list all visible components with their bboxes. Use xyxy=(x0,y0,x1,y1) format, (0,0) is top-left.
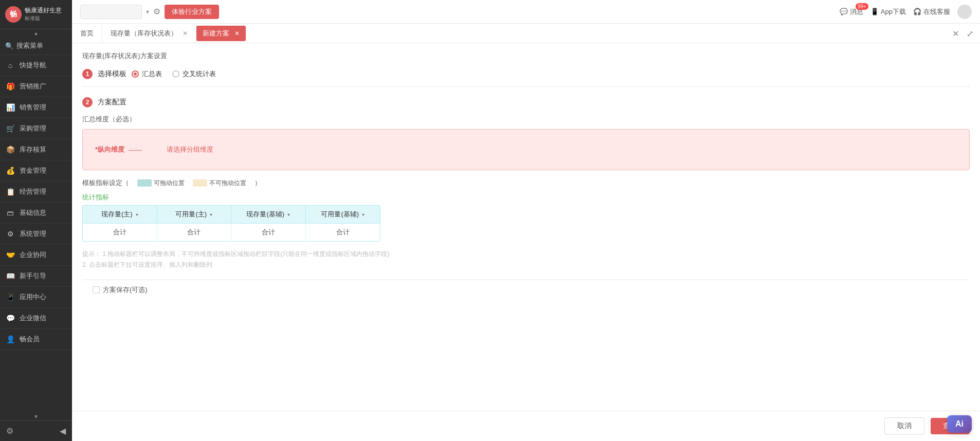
content-area: 现存量(库存状况表)方案设置 1 选择模板 汇总表 交叉统计表 xyxy=(72,43,980,411)
step1-title: 选择模板 xyxy=(98,69,126,79)
book-icon: 📖 xyxy=(5,271,15,281)
topbar-gear-icon[interactable]: ⚙ xyxy=(153,7,160,16)
radio-summary[interactable]: 汇总表 xyxy=(132,69,162,79)
col3-label: 可用量(基辅) xyxy=(321,210,359,219)
sidebar-item-member[interactable]: 👤 畅会员 xyxy=(0,329,72,350)
tab-new-scheme-label: 新建方案 xyxy=(203,29,229,38)
collapse-icon[interactable]: ◀ xyxy=(60,426,66,436)
sidebar-item-label: 基础信息 xyxy=(20,208,46,217)
col1-chevron[interactable]: ▾ xyxy=(210,212,212,217)
topbar-search-input[interactable] xyxy=(80,5,142,19)
sidebar-item-system[interactable]: ⚙ 系统管理 xyxy=(0,224,72,245)
sidebar-item-marketing[interactable]: 🎁 营销推广 xyxy=(0,76,72,97)
search-icon: 🔍 xyxy=(5,42,13,50)
sidebar-item-corp[interactable]: 🤝 企业协同 xyxy=(0,245,72,266)
col2-chevron[interactable]: ▾ xyxy=(287,212,290,217)
phone-icon: 📱 xyxy=(870,8,879,15)
sidebar-item-label: 采购管理 xyxy=(20,124,46,133)
stats-col-header-2: 现存量(基辅) ▾ xyxy=(231,206,306,223)
radio-cross-circle xyxy=(172,70,179,78)
stats-col-header-0: 现存量(主) ▾ xyxy=(83,206,157,223)
cancel-button[interactable]: 取消 xyxy=(884,417,924,435)
sidebar-item-sales[interactable]: 📊 销售管理 xyxy=(0,97,72,118)
sidebar-item-newbie[interactable]: 📖 新手引导 xyxy=(0,266,72,287)
save-scheme-label[interactable]: 方案保存(可选) xyxy=(93,285,148,295)
radio-cross[interactable]: 交叉统计表 xyxy=(172,69,216,79)
trial-btn[interactable]: 体验行业方案 xyxy=(165,5,219,19)
topbar-msg[interactable]: 💬 消息 99+ xyxy=(840,7,863,16)
col3-chevron[interactable]: ▾ xyxy=(362,212,365,217)
indicator-settings-suffix: ） xyxy=(255,178,261,188)
topbar-dropdown-icon[interactable]: ▾ xyxy=(146,8,149,15)
summary-dimension-label: 汇总维度（必选） xyxy=(82,115,970,124)
radio-cross-label: 交叉统计表 xyxy=(183,69,216,79)
handshake-icon: 🤝 xyxy=(5,250,15,260)
sidebar-scroll-down[interactable]: ▼ xyxy=(0,413,72,420)
step1-number: 1 xyxy=(82,69,93,79)
sidebar-search-label: 搜索菜单 xyxy=(16,41,43,50)
col2-label: 现存量(基辅) xyxy=(246,210,284,219)
stats-table: 现存量(主) ▾ 可用量(主) ▾ 现存量(基辅) ▾ xyxy=(82,205,380,242)
main-area: ▾ ⚙ 体验行业方案 💬 消息 99+ 📱 App下载 🎧 在线客服 xyxy=(72,0,980,441)
tip-1: 2. 点击标题栏下拉可设置排序、插入列和删除列 xyxy=(82,261,970,269)
msg-icon: 💬 xyxy=(840,8,848,15)
tip-0: 提示： 1.拖动标题栏可以调整布局，不可跨维度或指标区域拖动栏目字段(只能在同一… xyxy=(82,250,970,259)
tab-inventory-status-close[interactable]: ✕ xyxy=(183,30,188,37)
topbar-right: 💬 消息 99+ 📱 App下载 🎧 在线客服 xyxy=(840,5,972,19)
sidebar-item-purchase[interactable]: 🛒 采购管理 xyxy=(0,118,72,139)
tabs-expand-btn[interactable]: ⤢ xyxy=(964,27,976,40)
tabs-bar: 首页 现存量（库存状况表） ✕ 新建方案 ✕ ✕ ⤢ xyxy=(72,24,980,43)
tab-new-scheme[interactable]: 新建方案 ✕ xyxy=(196,26,246,41)
dimension-box[interactable]: *纵向维度 —— 请选择分组维度 xyxy=(82,129,970,170)
sidebar-item-label: 企业微信 xyxy=(20,314,46,323)
sidebar: 畅 畅康通好生意 标准版 ▲ 🔍 搜索菜单 ⌂ 快捷导航 🎁 营销推广 📊 销售… xyxy=(0,0,72,441)
topbar-user[interactable] xyxy=(957,5,972,19)
user-avatar xyxy=(957,5,972,19)
step1-header: 1 选择模板 汇总表 交叉统计表 xyxy=(82,69,970,79)
sidebar-item-quick-nav[interactable]: ⌂ 快捷导航 xyxy=(0,55,72,76)
sidebar-scroll-up[interactable]: ▲ xyxy=(0,29,72,37)
app-logo-icon: 畅 xyxy=(5,6,22,23)
dimension-required-text: *纵向维度 xyxy=(95,145,124,154)
tabs-right-controls: ✕ ⤢ xyxy=(945,24,980,43)
money-icon: 💰 xyxy=(5,166,15,176)
tabs-close-btn[interactable]: ✕ xyxy=(949,27,961,40)
sidebar-item-label: 经营管理 xyxy=(20,187,46,196)
step2-title: 方案配置 xyxy=(98,98,126,107)
tab-home[interactable]: 首页 xyxy=(72,24,102,43)
tab-inventory-status[interactable]: 现存量（库存状况表） ✕ xyxy=(102,24,196,43)
topbar-app-download[interactable]: 📱 App下载 xyxy=(870,7,906,16)
col0-label: 现存量(主) xyxy=(101,210,133,219)
indicator-label-row: 模板指标设定（ 可拖动位置 不可拖动位置 ） xyxy=(82,178,970,188)
database-icon: 🗃 xyxy=(5,208,15,218)
tab-home-label: 首页 xyxy=(80,29,94,38)
indicator-settings-prefix: 模板指标设定（ xyxy=(82,178,129,188)
ai-button[interactable]: Ai xyxy=(947,415,972,433)
dimension-hint-text: 请选择分组维度 xyxy=(167,145,213,154)
content-inner: 现存量(库存状况表)方案设置 1 选择模板 汇总表 交叉统计表 xyxy=(72,43,980,411)
sidebar-item-appstore[interactable]: 📱 应用中心 xyxy=(0,287,72,308)
tip-text-0: 1.拖动标题栏可以调整布局，不可跨维度或指标区域拖动栏目字段(只能在同一维度或指… xyxy=(102,250,389,258)
stats-col-header-3: 可用量(基辅) ▾ xyxy=(306,206,380,223)
col0-chevron[interactable]: ▾ xyxy=(136,212,138,217)
save-scheme-checkbox[interactable] xyxy=(93,286,100,293)
sidebar-item-operation[interactable]: 📋 经营管理 xyxy=(0,181,72,203)
sidebar-item-finance[interactable]: 💰 资金管理 xyxy=(0,160,72,181)
tip-text-1: 2. 点击标题栏下拉可设置排序、插入列和删除列 xyxy=(82,261,212,268)
app-name-block: 畅康通好生意 标准版 xyxy=(25,7,62,22)
step2-header: 2 方案配置 xyxy=(82,97,970,107)
step1-section: 1 选择模板 汇总表 交叉统计表 xyxy=(82,69,970,87)
settings-icon[interactable]: ⚙ xyxy=(6,426,13,436)
phone-icon: 📱 xyxy=(5,292,15,302)
stats-title: 统计指标 xyxy=(82,193,970,202)
sidebar-item-base[interactable]: 🗃 基础信息 xyxy=(0,203,72,224)
tab-new-scheme-close[interactable]: ✕ xyxy=(234,30,240,37)
topbar-service[interactable]: 🎧 在线客服 xyxy=(913,7,950,16)
sidebar-item-wechat[interactable]: 💬 企业微信 xyxy=(0,308,72,329)
sidebar-item-inventory[interactable]: 📦 库存核算 xyxy=(0,139,72,160)
sidebar-item-label: 快捷导航 xyxy=(20,61,46,70)
sidebar-item-label: 系统管理 xyxy=(20,229,46,238)
sidebar-search[interactable]: 🔍 搜索菜单 xyxy=(0,37,72,55)
action-bar: 取消 查询 xyxy=(72,411,980,441)
stats-cell-1: 合计 xyxy=(157,223,232,241)
